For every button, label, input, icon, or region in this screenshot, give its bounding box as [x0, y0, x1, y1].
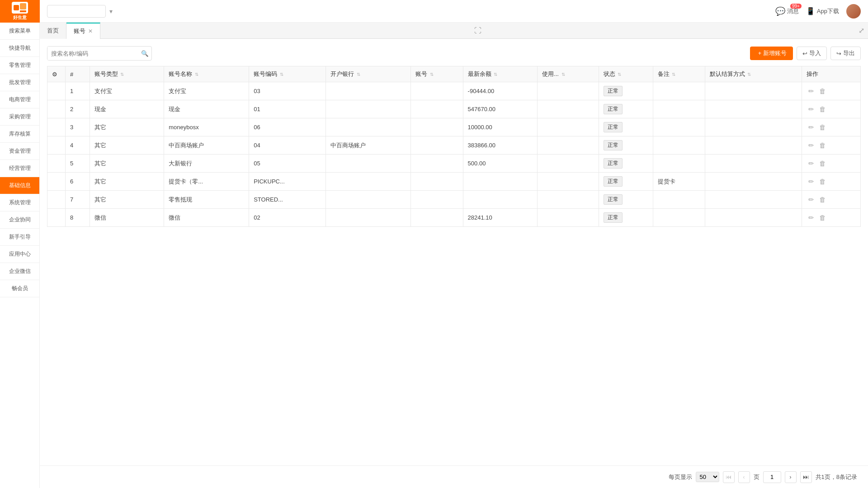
row-status-cell: 正常 — [599, 155, 653, 173]
edit-button[interactable]: ✏ — [807, 104, 816, 114]
col-default-settle[interactable]: 默认结算方式 ⇅ — [705, 66, 802, 82]
status-badge: 正常 — [604, 212, 623, 223]
sidebar-item-corp-agreement[interactable]: 企业协同 — [0, 211, 39, 229]
row-remark-cell — [653, 209, 705, 227]
row-default-settle-cell — [705, 118, 802, 136]
first-page-button[interactable]: ⏮ — [723, 471, 735, 483]
col-bank[interactable]: 开户银行 ⇅ — [326, 66, 411, 82]
row-remark-cell: 提货卡 — [653, 173, 705, 191]
col-balance[interactable]: 最新余额 ⇅ — [463, 66, 538, 82]
top-search-input[interactable] — [47, 5, 106, 18]
edit-button[interactable]: ✏ — [807, 86, 816, 96]
page-size-select[interactable]: 50 20 100 — [696, 472, 719, 482]
row-bank-cell: 中百商场账户 — [326, 136, 411, 155]
edit-button[interactable]: ✏ — [807, 159, 816, 169]
col-remark[interactable]: 备注 ⇅ — [653, 66, 705, 82]
delete-button[interactable]: 🗑 — [817, 86, 828, 96]
avatar[interactable] — [846, 4, 861, 19]
tab-home[interactable]: 首页 — [40, 23, 66, 39]
sidebar-item-system[interactable]: 系统管理 — [0, 194, 39, 211]
content-inner: 🔍 + 新增账号 ↩ 导入 ↪ 导出 — [40, 39, 868, 465]
sidebar-item-operations[interactable]: 经营管理 — [0, 160, 39, 177]
delete-button[interactable]: 🗑 — [817, 177, 828, 186]
delete-button[interactable]: 🗑 — [817, 104, 828, 114]
delete-button[interactable]: 🗑 — [817, 122, 828, 132]
message-button[interactable]: 💬 消息 99+ — [775, 6, 799, 16]
row-name-cell: moneybosx — [164, 118, 249, 136]
row-action-cell: ✏ 🗑 — [802, 209, 860, 227]
import-button[interactable]: ↩ 导入 — [797, 47, 827, 60]
row-name-cell: 零售抵现 — [164, 191, 249, 209]
table-row: 8 微信 微信 02 28241.10 正常 ✏ 🗑 — [47, 209, 861, 227]
import-icon: ↩ — [802, 50, 807, 57]
delete-button[interactable]: 🗑 — [817, 141, 828, 150]
table-row: 2 现金 现金 01 547670.00 正常 ✏ 🗑 — [47, 100, 861, 118]
row-default-settle-cell — [705, 136, 802, 155]
tab-account[interactable]: 账号 ✕ — [66, 23, 100, 39]
row-index-cell: 8 — [66, 209, 90, 227]
row-account-cell — [411, 82, 463, 100]
sidebar-item-purchase[interactable]: 采购管理 — [0, 108, 39, 126]
sidebar-item-label: 畅会员 — [2, 285, 38, 292]
col-usage[interactable]: 使用... ⇅ — [538, 66, 599, 82]
app-download-label: App下载 — [817, 7, 839, 15]
row-action-cell: ✏ 🗑 — [802, 100, 860, 118]
row-settings-cell — [47, 155, 66, 173]
edit-button[interactable]: ✏ — [807, 195, 816, 205]
sidebar-item-ecommerce[interactable]: 电商管理 — [0, 91, 39, 108]
edit-button[interactable]: ✏ — [807, 213, 816, 223]
sidebar-item-shortcut[interactable]: 快捷导航 — [0, 40, 39, 57]
table-row: 5 其它 大新银行 05 500.00 正常 ✏ 🗑 — [47, 155, 861, 173]
tab-expand-button[interactable]: ⤢ — [855, 26, 868, 35]
sidebar-item-label: 采购管理 — [2, 113, 38, 121]
sidebar-item-basic-info[interactable]: 基础信息 — [0, 177, 39, 194]
edit-button[interactable]: ✏ — [807, 177, 816, 187]
sidebar-item-search[interactable]: 搜索菜单 — [0, 23, 39, 40]
row-usage-cell — [538, 100, 599, 118]
sidebar-item-app-center[interactable]: 应用中心 — [0, 246, 39, 263]
table-row: 7 其它 零售抵现 STORED... 正常 ✏ 🗑 — [47, 191, 861, 209]
col-name[interactable]: 账号名称 ⇅ — [164, 66, 249, 82]
tab-fullscreen-button[interactable]: ⛶ — [471, 27, 485, 35]
add-account-button[interactable]: + 新增账号 — [750, 47, 793, 60]
svg-rect-0 — [14, 5, 19, 10]
row-bank-cell — [326, 118, 411, 136]
export-button[interactable]: ↪ 导出 — [830, 47, 861, 60]
delete-button[interactable]: 🗑 — [817, 213, 828, 222]
sidebar-item-retail[interactable]: 零售管理 — [0, 57, 39, 74]
row-default-settle-cell — [705, 100, 802, 118]
delete-button[interactable]: 🗑 — [817, 195, 828, 204]
edit-button[interactable]: ✏ — [807, 122, 816, 132]
col-account[interactable]: 账号 ⇅ — [411, 66, 463, 82]
col-status[interactable]: 状态 ⇅ — [599, 66, 653, 82]
tab-account-close[interactable]: ✕ — [88, 28, 93, 34]
sidebar-item-new-guide[interactable]: 新手引导 — [0, 229, 39, 246]
row-account-cell — [411, 118, 463, 136]
col-settings[interactable]: ⚙ — [47, 66, 66, 82]
dropdown-arrow-button[interactable]: ▾ — [109, 8, 113, 15]
search-input[interactable] — [47, 47, 138, 60]
row-bank-cell — [326, 82, 411, 100]
next-page-button[interactable]: › — [785, 471, 797, 483]
sidebar-item-vip[interactable]: 畅会员 — [0, 280, 39, 297]
col-code[interactable]: 账号编码 ⇅ — [249, 66, 326, 82]
col-type[interactable]: 账号类型 ⇅ — [90, 66, 164, 82]
sidebar-item-finance[interactable]: 资金管理 — [0, 143, 39, 160]
sidebar-item-label: 经营管理 — [2, 164, 38, 172]
row-code-cell: PICKUPC... — [249, 173, 326, 191]
edit-button[interactable]: ✏ — [807, 141, 816, 150]
app-download-button[interactable]: 📱 App下载 — [806, 7, 839, 15]
table-row: 1 支付宝 支付宝 03 -90444.00 正常 ✏ 🗑 — [47, 82, 861, 100]
page-number-input[interactable] — [763, 471, 781, 483]
sidebar-item-inventory[interactable]: 库存核算 — [0, 126, 39, 143]
row-status-cell: 正常 — [599, 118, 653, 136]
delete-button[interactable]: 🗑 — [817, 159, 828, 168]
row-type-cell: 其它 — [90, 118, 164, 136]
table-row: 6 其它 提货卡（零... PICKUPC... 正常 提货卡 ✏ 🗑 — [47, 173, 861, 191]
search-button[interactable]: 🔍 — [138, 47, 151, 60]
sidebar-item-corp-wechat[interactable]: 企业微信 — [0, 263, 39, 280]
prev-page-button[interactable]: ‹ — [738, 471, 750, 483]
last-page-button[interactable]: ⏭ — [800, 471, 812, 483]
row-action-cell: ✏ 🗑 — [802, 155, 860, 173]
sidebar-item-wholesale[interactable]: 批发管理 — [0, 74, 39, 91]
